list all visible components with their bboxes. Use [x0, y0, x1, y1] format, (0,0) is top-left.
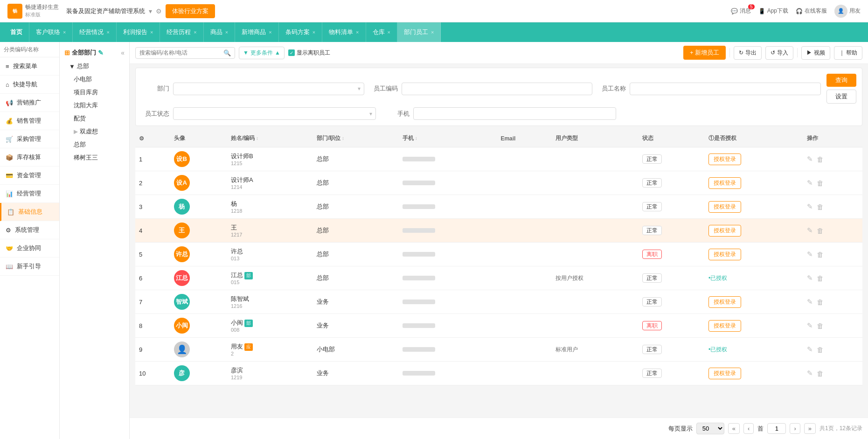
sidebar-item-purchase[interactable]: 🛒 采购管理 [0, 130, 59, 148]
nav-tab-barcode[interactable]: 条码方案 × [279, 22, 322, 42]
app-download-group[interactable]: 📱 App下载 [758, 7, 788, 15]
sidebar-item-finance[interactable]: 💳 资金管理 [0, 167, 59, 185]
close-warehouse-icon[interactable]: × [388, 29, 390, 35]
authorize-button[interactable]: 授权登录 [708, 320, 741, 332]
delete-icon[interactable]: 🗑 [817, 298, 824, 306]
search-input[interactable] [139, 49, 223, 56]
authorize-button[interactable]: 授权登录 [708, 249, 741, 260]
edit-icon[interactable]: ✎ [807, 202, 813, 211]
more-filter-btn[interactable]: ▼ 更多条件 ▲ [239, 47, 285, 59]
close-barcode-icon[interactable]: × [312, 29, 315, 35]
dept-edit-icon[interactable]: ✎ [98, 49, 104, 56]
sidebar-item-basic[interactable]: 📋 基础信息 [0, 203, 59, 221]
authorize-button[interactable]: 授权登录 [708, 177, 741, 189]
delete-icon[interactable]: 🗑 [817, 322, 824, 330]
search-submit-icon[interactable]: 🔍 [223, 49, 231, 56]
sidebar-item-inventory[interactable]: 📦 库存核算 [0, 148, 59, 167]
close-goods-icon[interactable]: × [225, 29, 228, 35]
show-resigned-checkbox[interactable]: ✓ [288, 49, 295, 56]
delete-icon[interactable]: 🗑 [817, 179, 824, 187]
sidebar-search-input[interactable] [4, 46, 60, 53]
sidebar-item-system[interactable]: ⚙ 系统管理 [0, 221, 59, 239]
nav-tab-profit[interactable]: 利润报告 × [117, 22, 160, 42]
dept-node-dist[interactable]: 配货 [60, 112, 129, 125]
edit-icon[interactable]: ✎ [807, 369, 813, 377]
filter-empcode-input[interactable] [402, 83, 593, 95]
message-icon-group[interactable]: 💬 消息 5 [731, 7, 751, 15]
settings-icon[interactable]: ⚙ [156, 7, 162, 15]
edit-icon[interactable]: ✎ [807, 298, 813, 306]
filter-phone-input[interactable] [413, 107, 616, 120]
filter-search-button[interactable]: 查询 [826, 74, 856, 87]
system-dropdown-icon[interactable]: ▾ [149, 7, 152, 15]
sidebar-item-search[interactable]: ≡ 搜索菜单 [0, 57, 59, 76]
search-box[interactable]: 🔍 [135, 47, 235, 59]
prev-page-button[interactable]: ‹ [743, 423, 754, 434]
add-employee-button[interactable]: + 新增员工 [683, 46, 726, 60]
trial-button[interactable]: 体验行业方案 [166, 4, 215, 18]
authorize-button[interactable]: 授权登录 [708, 153, 741, 165]
delete-icon[interactable]: 🗑 [817, 203, 824, 211]
nav-tab-employees[interactable]: 部门员工 × [397, 22, 441, 42]
sidebar-item-sales[interactable]: 💰 销售管理 [0, 112, 59, 130]
th-name-code[interactable]: 姓名/编码 [227, 130, 313, 147]
edit-icon[interactable]: ✎ [807, 345, 813, 354]
edit-icon[interactable]: ✎ [807, 321, 813, 330]
dept-node-hq[interactable]: ▼ 总部 [60, 60, 129, 73]
dept-node-shenyang[interactable]: 沈阳大库 [60, 99, 129, 112]
authorize-button[interactable]: 授权登录 [708, 368, 741, 379]
sidebar-item-quicknav[interactable]: ⌂ 快捷导航 [0, 76, 59, 94]
th-settings[interactable]: ⚙ [135, 130, 170, 147]
filter-empname-input[interactable] [630, 83, 821, 95]
sidebar-item-collab[interactable]: 🤝 企业协同 [0, 239, 59, 258]
help-button[interactable]: ｜ 帮助 [834, 46, 862, 60]
dept-collapse-icon[interactable]: « [121, 49, 125, 56]
delete-icon[interactable]: 🗑 [817, 346, 824, 354]
nav-tab-new-goods[interactable]: 新增商品 × [235, 22, 278, 42]
nav-tab-customers[interactable]: 客户联络 × [29, 22, 73, 42]
nav-tab-history[interactable]: 经营历程 × [160, 22, 203, 42]
sidebar-item-guide[interactable]: 📖 新手引导 [0, 258, 59, 276]
close-customers-icon[interactable]: × [63, 29, 66, 35]
authorize-button[interactable]: 授权登录 [708, 201, 741, 213]
filter-dept-select[interactable] [173, 83, 364, 95]
edit-icon[interactable]: ✎ [807, 155, 813, 163]
close-new-goods-icon[interactable]: × [269, 29, 271, 35]
close-bom-icon[interactable]: × [356, 29, 359, 35]
view-button[interactable]: ▶ 视频 [801, 46, 830, 60]
sidebar-item-operations[interactable]: 📊 经营管理 [0, 185, 59, 203]
page-number-input[interactable] [767, 423, 786, 434]
delete-icon[interactable]: 🗑 [817, 251, 824, 258]
dept-node-sparse[interactable]: 稀树王三 [60, 151, 129, 164]
last-page-button[interactable]: » [804, 423, 816, 434]
sidebar-item-marketing[interactable]: 📢 营销推广 [0, 94, 59, 112]
page-size-select[interactable]: 50 20 100 [696, 423, 724, 434]
th-dept-pos[interactable]: 部门/职位 [313, 130, 399, 147]
authorize-button[interactable]: 授权登录 [708, 296, 741, 308]
sidebar-search-box[interactable]: 🔍 [0, 42, 59, 57]
nav-tab-business[interactable]: 经营情况 × [73, 22, 116, 42]
dept-node-project[interactable]: 项目库房 [60, 86, 129, 99]
close-profit-icon[interactable]: × [150, 29, 153, 35]
nav-tab-home[interactable]: 首页 [4, 22, 29, 42]
show-resigned-toggle[interactable]: ✓ 显示离职员工 [288, 49, 330, 57]
delete-icon[interactable]: 🗑 [817, 155, 824, 163]
dept-node-hq2[interactable]: 总部 [60, 138, 129, 151]
close-employees-icon[interactable]: × [431, 29, 434, 35]
nav-tab-warehouse[interactable]: 仓库 × [366, 22, 397, 42]
user-group[interactable]: 👤 用友 [834, 5, 861, 18]
authorize-button[interactable]: 授权登录 [708, 225, 741, 237]
import-button[interactable]: ↺ 导入 [765, 46, 793, 60]
nav-tab-goods[interactable]: 商品 × [204, 22, 235, 42]
nav-tab-bom[interactable]: 物料清单 × [322, 22, 366, 42]
support-group[interactable]: 🎧 在线客服 [796, 7, 827, 15]
filter-reset-button[interactable]: 设置 [826, 90, 856, 104]
th-phone[interactable]: 手机 [399, 130, 497, 147]
dept-node-dual[interactable]: ▶ 双虚想 [60, 125, 129, 138]
close-business-icon[interactable]: × [106, 29, 109, 35]
first-page-button[interactable]: « [728, 423, 740, 434]
dept-node-small-elec[interactable]: 小电部 [60, 73, 129, 86]
delete-icon[interactable]: 🗑 [817, 227, 824, 235]
delete-icon[interactable]: 🗑 [817, 274, 824, 282]
edit-icon[interactable]: ✎ [807, 274, 813, 282]
